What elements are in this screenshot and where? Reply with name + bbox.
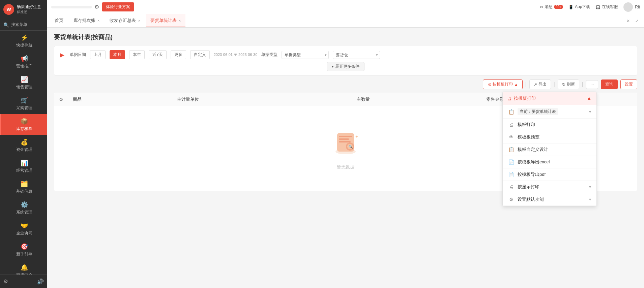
tab-yaohuo[interactable]: 要货单统计表 × — [146, 14, 185, 27]
headset-icon: 🎧 — [595, 5, 601, 9]
sidebar-item-xitong[interactable]: ⚙️ 系统管理 — [0, 198, 47, 219]
user-area[interactable]: Rit — [623, 2, 640, 12]
target-icon: 🎯 — [21, 243, 28, 250]
service-item[interactable]: 🎧 在线客服 — [595, 4, 618, 10]
tab-yaohuo-close[interactable]: × — [179, 19, 181, 23]
sidebar-footer: ⚙ 🔊 — [0, 275, 47, 288]
display-print-arrow: ▾ — [589, 185, 591, 189]
template-pdf-label: 按模板导出pdf — [518, 171, 546, 178]
template-design-item[interactable]: 📋 模板自定义设计 — [503, 143, 596, 156]
sidebar-item-jichu[interactable]: 🗂️ 基础信息 — [0, 177, 47, 198]
tab-yaohuo-label: 要货单统计表 — [150, 18, 177, 24]
refresh-button[interactable]: ↻ 刷新 — [558, 79, 579, 89]
folder-icon: 🗂️ — [21, 180, 28, 188]
template-design-label: 模板自定义设计 — [518, 147, 548, 153]
table-settings-icon[interactable]: ⚙ — [59, 97, 63, 102]
page-title: 要货单统计表(按商品) — [54, 33, 637, 41]
template-excel-item[interactable]: 📄 按模板导出excel — [503, 156, 596, 168]
date-7days-btn[interactable]: 近7天 — [149, 50, 167, 59]
svg-text:🔍: 🔍 — [349, 145, 353, 149]
toolbar-divider: | — [525, 82, 527, 88]
sidebar-item-xinshou[interactable]: 🎯 新手引导 — [0, 239, 47, 260]
sidebar-item-kucun[interactable]: 📦 库存核算 — [0, 114, 47, 135]
eye-icon: 👁 — [508, 134, 514, 140]
logo-sub: 标准版 — [17, 10, 41, 14]
sidebar-item-label: 应用中心 — [16, 272, 32, 275]
sidebar-item-label: 基础信息 — [16, 189, 32, 194]
refresh-icon: ↻ — [562, 82, 565, 87]
box-icon: 📦 — [21, 118, 28, 125]
print-chevron-icon: ▲ — [514, 82, 518, 87]
date-shangyu-btn[interactable]: 上月 — [90, 50, 106, 59]
tab-expand-icon[interactable]: ⤢ — [635, 19, 639, 23]
tab-kucunpizhangs-label: 库存批次账 — [74, 18, 95, 24]
more-button[interactable]: ··· — [586, 80, 598, 89]
print-template-button[interactable]: 🖨 按模板打印 ▲ — [483, 79, 523, 89]
tab-kucunpizhangs-close[interactable]: × — [97, 19, 99, 23]
sidebar-item-jingying[interactable]: 📊 经营管理 — [0, 156, 47, 177]
tab-home[interactable]: 首页 — [50, 14, 68, 27]
date-custom-btn[interactable]: 自定义 — [190, 50, 210, 59]
date-benyue-btn[interactable]: 本月 — [110, 50, 125, 59]
print-dropdown-title-text: 按模板打印 — [514, 95, 536, 101]
tab-shoufahuizong-close[interactable]: × — [138, 19, 140, 23]
speaker-icon[interactable]: 🔊 — [37, 278, 44, 285]
tab-shoufahuizong-label: 收发存汇总表 — [110, 18, 136, 24]
export-button[interactable]: ↗ 导出 — [529, 79, 551, 89]
sidebar-item-yingxiao[interactable]: 📢 营销推广 — [0, 52, 47, 72]
type-filter-label: 单据类型 — [261, 52, 277, 58]
current-template-label: 当前：要货单统计表 — [518, 108, 558, 115]
settings-footer-icon[interactable]: ⚙ — [3, 278, 8, 285]
col-quantity: 主数量 — [352, 93, 481, 106]
app-download-item[interactable]: 📱 App下载 — [568, 4, 590, 10]
query-button[interactable]: 查询 — [601, 79, 618, 89]
app-label: App下载 — [575, 4, 590, 10]
category-select-wrap: 要货仓 — [333, 51, 380, 59]
industry-solution-button[interactable]: 体验行业方案 — [102, 2, 134, 11]
sidebar-item-xiaoshou[interactable]: 📈 销售管理 — [0, 72, 47, 93]
empty-illustration: 🔍 ✦ · — [329, 126, 362, 160]
sidebar-item-qiye[interactable]: 🤝 企业协同 — [0, 219, 47, 239]
message-icon: ✉ — [540, 5, 543, 9]
sidebar-item-label: 资金管理 — [16, 147, 32, 153]
settings-button[interactable]: 设置 — [620, 79, 637, 89]
sidebar-search[interactable]: 🔍 搜索菜单 — [0, 19, 47, 31]
message-item[interactable]: ✉ 消息 99+ — [540, 4, 563, 10]
print-dropdown-close-icon[interactable]: ▲ — [586, 95, 592, 101]
col-unit: 主计量单位 — [172, 93, 352, 106]
tab-shoufahuizong[interactable]: 收发存汇总表 × — [105, 14, 145, 27]
barchart-icon: 📊 — [21, 159, 28, 167]
tab-kucunpizhangs[interactable]: 库存批次账 × — [69, 14, 104, 27]
print-current-item[interactable]: 📋 当前：要货单统计表 ▾ — [503, 105, 596, 119]
date-more-btn[interactable]: 更多 — [171, 50, 186, 59]
set-default-item[interactable]: ⚙ 设置默认功能 ▾ — [503, 193, 596, 206]
date-range-display: 2023-06-01 至 2023-06-30 — [214, 52, 258, 57]
filter-expand-button[interactable]: ▾ 展开更多条件 — [327, 62, 364, 71]
svg-text:·: · — [335, 140, 336, 144]
template-preview-item[interactable]: 👁 模板板预览 — [503, 131, 596, 143]
template-pdf-item[interactable]: 📄 按模板导出pdf — [503, 168, 596, 181]
filter-expand-arrow[interactable]: ▶ — [60, 51, 64, 59]
sidebar-item-label: 企业协同 — [16, 230, 32, 236]
template-print-item[interactable]: 🖨 模板打印 — [503, 119, 596, 131]
sidebar-item-yingyong[interactable]: 🔔 应用中心 — [0, 260, 47, 275]
sidebar-item-caigou[interactable]: 🛒 采购管理 — [0, 93, 47, 114]
date-bennian-btn[interactable]: 本年 — [129, 50, 145, 59]
topbar-search-box[interactable] — [51, 6, 92, 8]
col-settings: ⚙ — [54, 93, 68, 106]
date-filter-label: 单据日期 — [70, 52, 86, 58]
tab-close-icon[interactable]: ✕ — [626, 19, 630, 23]
sidebar-item-zijin[interactable]: 💰 资金管理 — [0, 135, 47, 156]
content-area: 要货单统计表(按商品) ▶ 单据日期 上月 本月 本年 近7天 更多 自定义 2… — [47, 28, 644, 288]
topbar-gear-icon[interactable]: ⚙ — [94, 4, 99, 10]
category-select[interactable]: 要货仓 — [333, 51, 380, 59]
refresh-label: 刷新 — [567, 82, 575, 87]
template-excel-label: 按模板导出excel — [518, 159, 550, 165]
type-select[interactable]: 单据类型 — [282, 51, 329, 59]
sidebar-item-kuaijie[interactable]: ⚡ 快捷导航 — [0, 31, 47, 52]
display-print-item[interactable]: 🖨 按显示打印 ▾ — [503, 181, 596, 193]
display-print-left: 🖨 按显示打印 — [508, 184, 539, 190]
printer3-icon: 🖨 — [508, 184, 514, 190]
print-dropdown-header: 🖨 按模板打印 ▲ — [503, 92, 596, 105]
toolbar: 🖨 按模板打印 ▲ | ↗ 导出 | ↻ 刷新 | ··· 查询 设置 — [54, 79, 637, 89]
